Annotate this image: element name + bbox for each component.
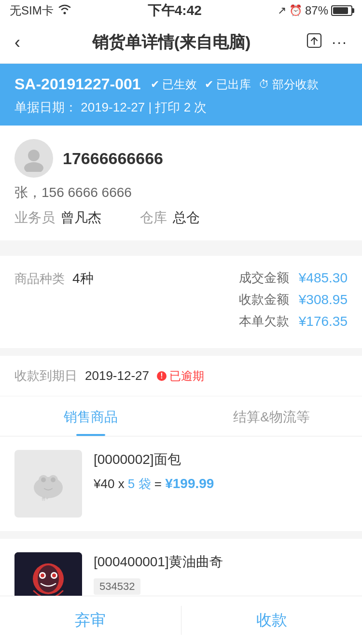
avatar	[14, 139, 53, 178]
status-time: 下午4:42	[148, 1, 202, 20]
summary-right: 成交金额 ¥485.30 收款金额 ¥308.95 本单欠款 ¥176.35	[239, 269, 348, 335]
customer-section: 17666666666 张，156 6666 6666 业务员 曾凡杰 仓库 总…	[0, 126, 362, 240]
overdue-tag: ! 已逾期	[157, 368, 204, 384]
banner-date-row: 单据日期： 2019-12-27 | 打印 2 次	[14, 99, 348, 116]
status-left: 无SIM卡	[10, 3, 72, 18]
nav-actions: ···	[299, 33, 348, 52]
svg-point-7	[41, 477, 46, 482]
price-eq-1: =	[154, 476, 165, 491]
product-type-count: 4种	[72, 269, 94, 288]
reject-button[interactable]: 弃审	[0, 596, 181, 644]
salesman-label: 业务员	[14, 209, 55, 227]
status-tag-shipped: ✔ 已出库	[205, 77, 251, 92]
svg-point-16	[52, 574, 56, 577]
wifi-icon	[57, 4, 72, 17]
bottom-action-bar: 弃审 收款	[0, 596, 362, 644]
collect-label: 收款	[256, 610, 287, 631]
owed-value: ¥176.35	[299, 314, 348, 329]
summary-section: 商品种类 4种 成交金额 ¥485.30 收款金额 ¥308.95 本单欠款 ¥…	[0, 256, 362, 348]
checkmark-icon-2: ✔	[205, 78, 213, 91]
share-button[interactable]	[306, 33, 322, 52]
product-image-1: 兽+	[14, 450, 82, 518]
customer-phone: 张，156 6666 6666	[14, 183, 348, 202]
print-count: | 打印 2 次	[148, 100, 207, 114]
order-id: SA-20191227-001	[14, 75, 141, 93]
product-price-1: ¥40 x 5 袋 = ¥199.99	[94, 476, 348, 492]
divider-1	[0, 248, 362, 256]
status-shipped-label: 已出库	[216, 77, 251, 92]
status-partial-label: 部分收款	[272, 77, 319, 92]
product-name-2: [000400001]黄油曲奇	[94, 552, 348, 571]
order-banner: SA-20191227-001 ✔ 已生效 ✔ 已出库 ⏱ 部分收款 单据日期：…	[0, 64, 362, 126]
product-type-item: 商品种类 4种	[14, 269, 94, 288]
avatar-icon	[20, 145, 47, 172]
collected-value: ¥308.95	[299, 292, 348, 308]
product-qty-1: 5	[128, 476, 135, 491]
overdue-icon: !	[157, 371, 167, 381]
carrier-label: 无SIM卡	[10, 3, 54, 18]
reject-label: 弃审	[75, 610, 106, 631]
order-date: 2019-12-27	[81, 100, 145, 114]
status-effective-label: 已生效	[162, 77, 197, 92]
product-name-1: [0000002]面包	[94, 450, 348, 469]
collected-item: 收款金额 ¥308.95	[239, 291, 348, 308]
location-icon: ↗	[278, 4, 286, 17]
svg-text:兽+: 兽+	[42, 496, 48, 501]
product-total-1: ¥199.99	[165, 476, 214, 491]
warehouse-label: 仓库	[140, 209, 167, 227]
status-tags: ✔ 已生效 ✔ 已出库 ⏱ 部分收款	[151, 77, 319, 92]
due-section: 收款到期日 2019-12-27 ! 已逾期	[0, 356, 362, 396]
svg-point-4	[34, 477, 63, 498]
summary-left: 商品种类 4种	[14, 269, 94, 292]
more-button[interactable]: ···	[332, 33, 348, 51]
status-tag-partial: ⏱ 部分收款	[259, 77, 319, 92]
salesman-value: 曾凡杰	[61, 209, 101, 227]
svg-point-3	[24, 162, 43, 172]
customer-meta: 业务员 曾凡杰 仓库 总仓	[14, 209, 348, 227]
deal-amount-label: 成交金额	[239, 269, 289, 286]
product-info-1: [0000002]面包 ¥40 x 5 袋 = ¥199.99	[94, 450, 348, 492]
svg-point-15	[41, 574, 44, 577]
deal-amount-item: 成交金额 ¥485.30	[239, 269, 348, 286]
product-sku-2: 534532	[94, 578, 140, 595]
product-item: 兽+ [0000002]面包 ¥40 x 5 袋 = ¥199.99	[0, 436, 362, 531]
clock-icon: ⏱	[259, 78, 269, 91]
price-value-1: ¥40	[94, 476, 114, 491]
svg-point-8	[51, 477, 56, 482]
checkmark-icon-1: ✔	[151, 78, 159, 91]
status-tag-effective: ✔ 已生效	[151, 77, 197, 92]
nav-bar: ‹ 销货单详情(来自电脑) ···	[0, 21, 362, 64]
tab-products[interactable]: 销售商品	[0, 396, 181, 436]
date-label: 单据日期：	[14, 100, 77, 114]
overdue-label: 已逾期	[169, 368, 204, 384]
customer-name: 17666666666	[63, 149, 163, 168]
due-date: 2019-12-27	[85, 368, 149, 383]
product-unit-1: 袋	[139, 476, 151, 491]
page-title: 销货单详情(来自电脑)	[43, 31, 299, 54]
battery-percent: 87%	[305, 4, 328, 17]
deal-amount-value: ¥485.30	[299, 270, 348, 286]
product-type-label: 商品种类	[14, 270, 65, 287]
product-placeholder-icon: 兽+	[29, 464, 68, 503]
svg-point-12	[38, 565, 59, 592]
collect-button[interactable]: 收款	[181, 596, 362, 644]
tab-bar: 销售商品 结算&物流等	[0, 396, 362, 436]
salesman-item: 业务员 曾凡杰	[14, 209, 101, 227]
warehouse-item: 仓库 总仓	[140, 209, 200, 227]
owed-item: 本单欠款 ¥176.35	[239, 313, 348, 330]
collected-label: 收款金额	[239, 291, 289, 308]
owed-label: 本单欠款	[239, 313, 289, 330]
alarm-icon: ⏰	[289, 4, 302, 17]
status-right: ↗ ⏰ 87%	[278, 4, 352, 17]
price-x-1: x	[118, 476, 128, 491]
status-bar: 无SIM卡 下午4:42 ↗ ⏰ 87%	[0, 0, 362, 21]
back-button[interactable]: ‹	[14, 32, 43, 53]
tab-settlement-label: 结算&物流等	[233, 409, 310, 424]
tab-settlement[interactable]: 结算&物流等	[181, 396, 362, 436]
due-label: 收款到期日	[14, 367, 77, 384]
tab-products-label: 销售商品	[64, 409, 118, 424]
warehouse-value: 总仓	[173, 209, 200, 227]
battery-icon	[331, 5, 352, 16]
svg-point-0	[63, 12, 66, 14]
svg-point-2	[28, 150, 40, 161]
